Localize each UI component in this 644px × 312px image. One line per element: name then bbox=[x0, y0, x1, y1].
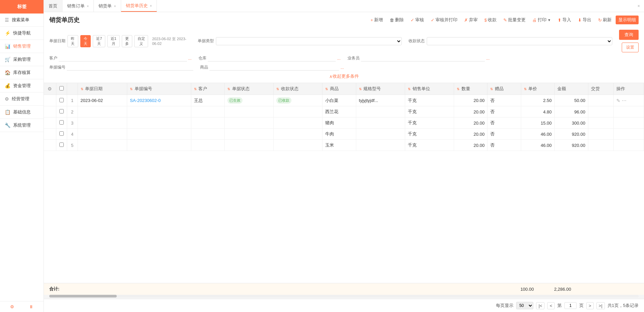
discard-button[interactable]: ✗ 弃审 bbox=[461, 16, 480, 24]
next-page-btn[interactable]: > bbox=[586, 302, 594, 309]
col-spec[interactable]: ⇅ 规格型号 bbox=[356, 83, 405, 95]
show-detail-button[interactable]: 显示明细 bbox=[616, 16, 639, 24]
select-all-checkbox[interactable] bbox=[59, 86, 64, 90]
col-checkbox[interactable] bbox=[56, 83, 67, 95]
row-select-checkbox[interactable] bbox=[59, 142, 64, 147]
7days-btn[interactable]: 近7天 bbox=[93, 35, 105, 47]
row-select-checkbox[interactable] bbox=[59, 98, 64, 102]
tab-sales-goods-close[interactable]: × bbox=[114, 4, 116, 8]
more-btn[interactable]: 更多 bbox=[122, 35, 133, 47]
customer-input[interactable] bbox=[59, 55, 187, 61]
add-button[interactable]: + 新增 bbox=[368, 16, 386, 24]
print-button[interactable]: 🖨 打印 ▼ bbox=[530, 16, 554, 24]
first-page-btn[interactable]: |< bbox=[536, 302, 544, 309]
goods-input[interactable] bbox=[209, 64, 339, 71]
row-doc-date bbox=[78, 106, 127, 118]
collect-button[interactable]: $ 收款 bbox=[482, 16, 499, 24]
gear-icon[interactable]: ⚙ bbox=[48, 86, 52, 92]
sort-icon: ⇅ bbox=[227, 87, 230, 91]
col-gift[interactable]: ⇅ 赠品 bbox=[487, 83, 521, 95]
custom-btn[interactable]: 自定义 bbox=[134, 35, 148, 47]
table-container[interactable]: ⚙ ⇅ 单据日期 ⇅ 单据编号 ⇅ bbox=[44, 83, 644, 283]
payment-status-select[interactable] bbox=[427, 37, 613, 45]
row-select-checkbox[interactable] bbox=[59, 120, 64, 125]
export-button[interactable]: ⬇ 导出 bbox=[575, 16, 594, 24]
1month-btn[interactable]: 近1月 bbox=[107, 35, 120, 47]
col-unit-price[interactable]: ⇅ 单价 bbox=[521, 83, 554, 95]
sidebar-item-inventory[interactable]: 🏠 库存核算 bbox=[0, 66, 44, 79]
row-checkbox[interactable] bbox=[56, 106, 67, 118]
warehouse-input[interactable] bbox=[208, 55, 336, 61]
doc-no-link[interactable]: SA-20230602-0 bbox=[130, 98, 161, 103]
filter-row-1: 单据日期 昨天 今天 近7天 近1月 更多 自定义 2023-06-02 至 2… bbox=[49, 30, 639, 52]
set-button[interactable]: 设置 bbox=[622, 43, 639, 52]
batch-change-button[interactable]: ✎ 批量变更 bbox=[501, 16, 528, 24]
sidebar-item-search-menu[interactable]: ☰ 搜索菜单 bbox=[0, 14, 44, 27]
sidebar-item-quick-nav[interactable]: ⚡ 快捷导航 bbox=[0, 27, 44, 40]
col-doc-status[interactable]: ⇅ 单据状态 bbox=[225, 83, 274, 95]
doc-type-select[interactable] bbox=[216, 37, 402, 45]
warehouse-filter-item: 仓库 ... bbox=[198, 55, 341, 61]
row-select-checkbox[interactable] bbox=[59, 131, 64, 136]
warehouse-ellipsis[interactable]: ... bbox=[337, 56, 340, 61]
delete-button[interactable]: 🗑 删除 bbox=[387, 16, 407, 24]
row-qty: 20.00 bbox=[454, 140, 487, 151]
col-customer[interactable]: ⇅ 客户 bbox=[191, 83, 224, 95]
row-checkbox[interactable] bbox=[56, 129, 67, 140]
row-checkbox[interactable] bbox=[56, 140, 67, 151]
sidebar-item-label: 经营管理 bbox=[12, 96, 29, 102]
yesterday-btn[interactable]: 昨天 bbox=[67, 35, 78, 47]
col-goods[interactable]: ⇅ 商品 bbox=[323, 83, 356, 95]
audit-button[interactable]: ✓ 审核 bbox=[408, 16, 427, 24]
discard-icon: ✗ bbox=[464, 18, 468, 23]
col-unit[interactable]: ⇅ 销售单位 bbox=[405, 83, 454, 95]
row-num: 1 bbox=[67, 95, 78, 106]
tab-sales-history-close[interactable]: × bbox=[150, 4, 152, 8]
refresh-button[interactable]: ↻ 刷新 bbox=[595, 16, 614, 24]
sidebar-item-ops-mgmt[interactable]: ⚙ 经营管理 bbox=[0, 93, 44, 106]
col-gear[interactable]: ⚙ bbox=[44, 83, 56, 95]
tab-home[interactable]: 首页 bbox=[44, 0, 62, 12]
sidebar-item-basic-info[interactable]: 📋 基础信息 bbox=[0, 106, 44, 119]
salesperson-input[interactable] bbox=[361, 55, 485, 61]
col-qty[interactable]: ⇅ 数量 bbox=[454, 83, 487, 95]
sidebar-item-purchase-mgmt[interactable]: 🛒 采购管理 bbox=[0, 53, 44, 66]
last-page-btn[interactable]: >| bbox=[596, 302, 605, 309]
query-button[interactable]: 查询 bbox=[619, 30, 639, 40]
table-row: 2西兰花千克20.00否4.8096.00 bbox=[44, 106, 644, 118]
tab-sales-order-close[interactable]: × bbox=[87, 4, 89, 8]
more-action-icon[interactable]: ⋯ bbox=[622, 98, 626, 103]
today-btn[interactable]: 今天 bbox=[80, 35, 91, 47]
docno-input[interactable] bbox=[67, 64, 193, 71]
tab-sales-history[interactable]: 销货单历史 × bbox=[121, 0, 157, 12]
sidebar-item-sales-mgmt[interactable]: 📊 销售管理 bbox=[0, 40, 44, 53]
row-checkbox[interactable] bbox=[56, 95, 67, 106]
collapse-filter-btn[interactable]: ∧ 收起更多条件 bbox=[49, 73, 639, 79]
goods-ellipsis[interactable]: ... bbox=[340, 65, 344, 70]
page-input[interactable] bbox=[564, 302, 577, 309]
edit-action-icon[interactable]: ✎ bbox=[616, 98, 620, 103]
settings-bottom-icon[interactable]: ⚙ bbox=[10, 304, 14, 309]
import-button[interactable]: ⬆ 导入 bbox=[555, 16, 574, 24]
sidebar: 标签 ☰ 搜索菜单 ⚡ 快捷导航 📊 销售管理 🛒 采购管理 🏠 库存核算 💰 … bbox=[0, 0, 44, 312]
col-doc-date[interactable]: ⇅ 单据日期 bbox=[78, 83, 127, 95]
delete-icon: 🗑 bbox=[390, 18, 394, 23]
sidebar-item-capital-mgmt[interactable]: 💰 资金管理 bbox=[0, 79, 44, 93]
row-checkbox[interactable] bbox=[56, 118, 67, 129]
tab-sales-goods[interactable]: 销货单 × bbox=[94, 0, 121, 12]
page-size-select[interactable]: 50 100 bbox=[516, 302, 533, 309]
audit-print-button[interactable]: ✓ 审核并打印 bbox=[428, 16, 460, 24]
row-select-checkbox[interactable] bbox=[59, 109, 64, 113]
tab-sales-order[interactable]: 销售订单 × bbox=[62, 0, 94, 12]
row-customer bbox=[191, 140, 224, 151]
scrollbar-thumb[interactable] bbox=[49, 295, 117, 297]
prev-page-btn[interactable]: < bbox=[547, 302, 555, 309]
sidebar-item-sys-mgmt[interactable]: 🔧 系统管理 bbox=[0, 119, 44, 132]
col-doc-no[interactable]: ⇅ 单据编号 bbox=[127, 83, 191, 95]
horizontal-scrollbar[interactable] bbox=[49, 295, 639, 297]
pause-bottom-icon[interactable]: ⏸ bbox=[29, 304, 33, 309]
col-payment-status[interactable]: ⇅ 收款状态 bbox=[274, 83, 323, 95]
tab-close-all-button[interactable]: × bbox=[633, 3, 644, 8]
customer-ellipsis[interactable]: ... bbox=[188, 56, 192, 61]
salesperson-ellipsis[interactable]: ... bbox=[486, 56, 489, 61]
